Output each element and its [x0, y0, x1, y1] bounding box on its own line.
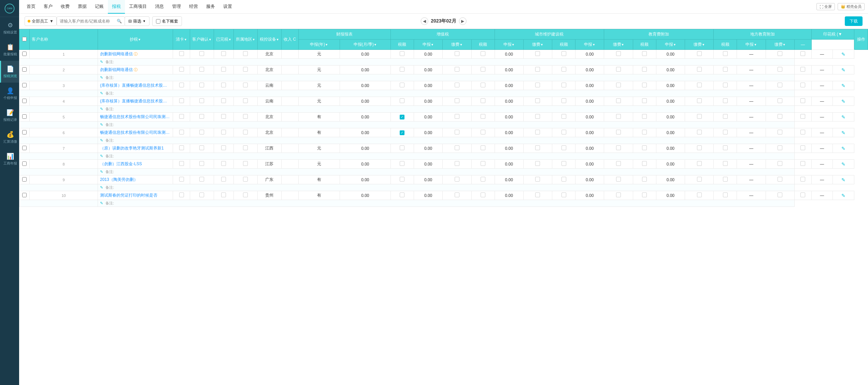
city-report-3[interactable] [523, 97, 552, 106]
stamp-report-5[interactable] [766, 128, 794, 137]
checkbox-2-4[interactable] [221, 114, 226, 119]
local-report-9[interactable] [685, 191, 714, 200]
th-chaoshui[interactable]: 抄税▼ [98, 29, 173, 50]
local-report-4[interactable] [685, 113, 714, 122]
edu-pay-3[interactable] [633, 97, 656, 106]
th-edu-pay[interactable]: 缴费▼ [604, 40, 633, 50]
edu-report-8[interactable] [604, 175, 633, 184]
note-content-0[interactable]: ✎ 备注: [98, 59, 795, 66]
note-content-1[interactable]: ✎ 备注: [98, 74, 795, 81]
checkbox-0-8[interactable] [179, 177, 184, 182]
client-name-cell-8[interactable]: 2013（陶美劳勿删） [98, 175, 173, 184]
empty-check-8[interactable] [400, 177, 404, 182]
empty-col-0-row-2[interactable] [173, 81, 190, 90]
checkbox-1-4[interactable] [199, 114, 204, 119]
report-month-4[interactable]: ✓ [390, 113, 414, 122]
row-checkbox-cell[interactable] [19, 97, 30, 106]
vat-report-4[interactable] [443, 113, 471, 122]
vat-pay-3[interactable] [471, 97, 495, 106]
th-stamp-report[interactable]: 申报▼ [737, 40, 766, 50]
empty-check-2[interactable] [400, 83, 404, 87]
note-content-3[interactable]: ✎ 备注: [98, 106, 795, 113]
local-pay-7[interactable] [714, 160, 737, 169]
edu-pay-6[interactable] [633, 144, 656, 153]
edu-pay-8[interactable] [633, 175, 656, 184]
stamp-pay-0[interactable] [794, 50, 811, 59]
report-month-1[interactable] [390, 66, 414, 74]
city-report-1[interactable] [523, 66, 552, 74]
empty-col-1-row-2[interactable] [190, 81, 214, 90]
th-qingka[interactable]: 清卡▼ [173, 29, 190, 50]
row-checkbox-cell[interactable] [19, 81, 30, 90]
nav-operations[interactable]: 经营 [185, 0, 202, 14]
checkbox-2-9[interactable] [221, 192, 226, 197]
stamp-pay-8[interactable] [794, 175, 811, 184]
th-completed[interactable]: 已完税▼ [214, 29, 233, 50]
th-device[interactable]: 税控设备▼ [257, 29, 281, 50]
client-name-cell-5[interactable]: 畅捷通信息技术股份有限公司民珠测试ⓘ [98, 128, 173, 137]
edu-pay-0[interactable] [633, 50, 656, 59]
report-month-8[interactable] [390, 175, 414, 184]
local-report-1[interactable] [685, 66, 714, 74]
checkbox-3-2[interactable] [243, 83, 248, 87]
empty-col-3-row-1[interactable] [233, 66, 257, 74]
empty-col-1-row-6[interactable] [190, 144, 214, 153]
row-checkbox-cell[interactable] [19, 66, 30, 74]
client-name-link-2[interactable]: (库存核算）直播畅捷通信息技术股份有限... [100, 83, 173, 88]
empty-col-2-row-1[interactable] [214, 66, 233, 74]
vat-report-3[interactable] [443, 97, 471, 106]
client-name-link-3[interactable]: (库存核算）直播畅捷通信息技术股份有限... [100, 99, 173, 103]
vat-pay-4[interactable] [471, 113, 495, 122]
stamp-report-1[interactable] [766, 66, 794, 74]
local-pay-4[interactable] [714, 113, 737, 122]
checkbox-2-2[interactable] [221, 83, 226, 87]
city-pay-5[interactable] [552, 128, 575, 137]
checkbox-0-2[interactable] [179, 83, 184, 87]
note-content-6[interactable]: ✎ 备注: [98, 153, 795, 160]
nav-business[interactable]: 工商项目 [125, 0, 151, 14]
empty-col-3-row-5[interactable] [233, 128, 257, 137]
empty-col-2-row-0[interactable] [214, 50, 233, 59]
empty-col-1-row-1[interactable] [190, 66, 214, 74]
checkbox-0-7[interactable] [179, 161, 184, 166]
edu-report-7[interactable] [604, 160, 633, 169]
report-month-3[interactable] [390, 97, 414, 106]
checkbox-1-6[interactable] [199, 145, 204, 150]
checkbox-1-5[interactable] [199, 130, 204, 134]
city-pay-8[interactable] [552, 175, 575, 184]
checkbox-0-4[interactable] [179, 114, 184, 119]
report-month-6[interactable] [390, 144, 414, 153]
checkbox-2-1[interactable] [221, 67, 226, 72]
empty-check-7[interactable] [400, 161, 404, 166]
empty-col-2-row-4[interactable] [214, 113, 233, 122]
edit-cell-2[interactable]: ✎ [833, 81, 854, 90]
client-name-cell-1[interactable]: 勿删新锐网络通信ⓘ [98, 66, 173, 74]
vat-report-8[interactable] [443, 175, 471, 184]
edit-icon-6[interactable]: ✎ [841, 146, 845, 151]
city-pay-9[interactable] [552, 191, 575, 200]
empty-col-3-row-9[interactable] [233, 191, 257, 200]
stamp-report-0[interactable] [766, 50, 794, 59]
row-checkbox-cell[interactable] [19, 50, 30, 59]
nav-home[interactable]: 首页 [23, 0, 40, 14]
search-icon[interactable]: 🔍 [117, 19, 122, 24]
edu-pay-2[interactable] [633, 81, 656, 90]
sidebar-item-tax-records[interactable]: 📝 报税记录 [0, 104, 19, 126]
row-checkbox-3[interactable] [22, 99, 27, 103]
sidebar-item-personal-tax[interactable]: 👤 个税申报 [0, 83, 19, 104]
client-name-cell-4[interactable]: 畅捷通信息技术股份有限公司民珠测试ⓘ [98, 113, 173, 122]
client-name-link-8[interactable]: 2013（陶美劳勿删） [100, 177, 138, 182]
client-name-link-5[interactable]: 畅捷通信息技术股份有限公司民珠测试 [100, 130, 170, 135]
empty-col-1-row-3[interactable] [190, 97, 214, 106]
th-confirm[interactable]: 客户确认▼ [190, 29, 214, 50]
stamp-pay-6[interactable] [794, 144, 811, 153]
local-pay-8[interactable] [714, 175, 737, 184]
stamp-report-2[interactable] [766, 81, 794, 90]
empty-col-1-row-7[interactable] [190, 160, 214, 169]
th-local-report[interactable]: 申报▼ [656, 40, 685, 50]
nav-client[interactable]: 客户 [40, 0, 57, 14]
edit-cell-8[interactable]: ✎ [833, 175, 854, 184]
client-name-link-1[interactable]: 勿删新锐网络通信 [100, 67, 133, 72]
edit-icon-4[interactable]: ✎ [841, 114, 845, 120]
empty-col-0-row-6[interactable] [173, 144, 190, 153]
